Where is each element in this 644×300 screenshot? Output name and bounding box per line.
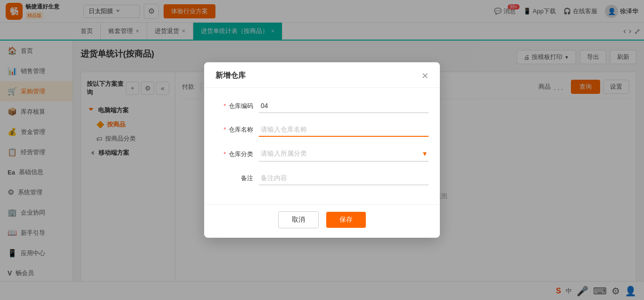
code-label: * 仓库编码 bbox=[215, 102, 253, 110]
save-button[interactable]: 保存 bbox=[326, 212, 366, 228]
modal-close-button[interactable]: ✕ bbox=[421, 72, 429, 80]
form-row-code: * 仓库编码 bbox=[215, 99, 429, 113]
form-row-name: * 仓库名称 bbox=[215, 123, 429, 137]
modal-header: 新增仓库 ✕ bbox=[204, 62, 440, 88]
modal-title: 新增仓库 bbox=[215, 71, 246, 81]
form-row-category: * 仓库分类 请输入所属分类 ▾ bbox=[215, 146, 429, 162]
modal-body: * 仓库编码 * 仓库名称 * 仓库分类 请输入所属 bbox=[204, 88, 440, 204]
required-star-name: * bbox=[223, 126, 226, 133]
modal-new-warehouse: 新增仓库 ✕ * 仓库编码 * 仓库名称 bbox=[204, 62, 440, 238]
category-label: * 仓库分类 bbox=[215, 150, 253, 158]
modal-footer: 取消 保存 bbox=[204, 204, 440, 238]
remark-label: 备注 bbox=[215, 174, 253, 183]
required-star-category: * bbox=[223, 150, 226, 158]
cancel-button[interactable]: 取消 bbox=[278, 211, 319, 228]
modal-overlay: 新增仓库 ✕ * 仓库编码 * 仓库名称 bbox=[0, 0, 644, 300]
form-row-remark: 备注 bbox=[215, 171, 429, 185]
name-input[interactable] bbox=[259, 123, 429, 137]
category-chevron-icon: ▾ bbox=[423, 149, 427, 158]
name-label: * 仓库名称 bbox=[215, 125, 253, 134]
category-select[interactable]: 请输入所属分类 ▾ bbox=[259, 146, 429, 162]
category-placeholder: 请输入所属分类 bbox=[261, 150, 307, 158]
remark-input[interactable] bbox=[259, 171, 429, 185]
required-star-code: * bbox=[223, 102, 226, 109]
code-input[interactable] bbox=[259, 99, 429, 113]
